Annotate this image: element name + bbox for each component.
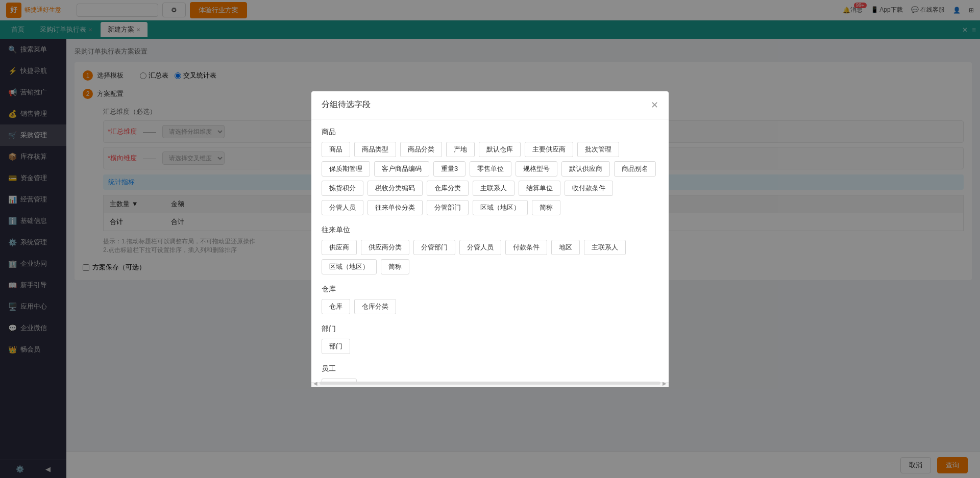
field-tag-main-contact[interactable]: 主联系人 bbox=[473, 181, 514, 196]
field-tag-product[interactable]: 商品 bbox=[322, 142, 350, 157]
modal-hscroll[interactable]: ◀ ▶ bbox=[311, 382, 669, 387]
field-tag-default-warehouse[interactable]: 默认仓库 bbox=[479, 142, 521, 157]
modal-body[interactable]: 商品 商品 商品类型 商品分类 产地 默认仓库 主要供应商 批次管理 保质期管理… bbox=[311, 119, 669, 383]
modal-title: 分组待选字段 bbox=[322, 99, 371, 110]
section-warehouse-title: 仓库 bbox=[322, 285, 658, 294]
field-tag-dept[interactable]: 分管部门 bbox=[427, 200, 469, 215]
field-tag-supervisor2[interactable]: 分管人员 bbox=[459, 240, 501, 255]
field-tag-default-supplier[interactable]: 默认供应商 bbox=[561, 161, 610, 177]
partner-field-tags: 供应商 供应商分类 分管部门 分管人员 付款条件 地区 主联系人 区域（地区） … bbox=[322, 240, 658, 274]
field-tag-batch[interactable]: 批次管理 bbox=[577, 142, 619, 157]
field-tag-customer-code[interactable]: 客户商品编码 bbox=[374, 161, 429, 177]
field-tag-product-type[interactable]: 商品类型 bbox=[354, 142, 396, 157]
field-tag-area[interactable]: 地区 bbox=[551, 240, 580, 255]
modal-close-button[interactable]: ✕ bbox=[651, 99, 658, 111]
field-tag-origin[interactable]: 产地 bbox=[446, 142, 475, 157]
field-tag-shortname[interactable]: 简称 bbox=[532, 200, 560, 215]
field-tag-payment-terms[interactable]: 收付款条件 bbox=[565, 181, 613, 196]
section-department-title: 部门 bbox=[322, 324, 658, 334]
field-tag-retail-unit[interactable]: 零售单位 bbox=[470, 161, 511, 177]
field-tag-warehouse-category[interactable]: 仓库分类 bbox=[427, 181, 469, 196]
section-product-title: 商品 bbox=[322, 128, 658, 137]
warehouse-field-tags: 仓库 仓库分类 bbox=[322, 299, 658, 314]
field-tag-product-category[interactable]: 商品分类 bbox=[400, 142, 442, 157]
field-tag-main-supplier[interactable]: 主要供应商 bbox=[525, 142, 573, 157]
field-tag-shortname2[interactable]: 简称 bbox=[381, 259, 409, 274]
field-tag-supplier-category[interactable]: 供应商分类 bbox=[361, 240, 409, 255]
modal-overlay[interactable]: 分组待选字段 ✕ 商品 商品 商品类型 商品分类 产地 默认仓库 主要供应商 批… bbox=[0, 0, 980, 478]
section-employee-title: 员工 bbox=[322, 364, 658, 373]
field-tag-pick-points[interactable]: 拣货积分 bbox=[322, 181, 363, 196]
scroll-right-btn[interactable]: ▶ bbox=[663, 381, 667, 386]
field-tag-spec[interactable]: 规格型号 bbox=[516, 161, 557, 177]
section-partner: 往来单位 供应商 供应商分类 分管部门 分管人员 付款条件 地区 主联系人 区域… bbox=[322, 225, 658, 274]
field-tag-payment-terms2[interactable]: 付款条件 bbox=[505, 240, 547, 255]
modal-header: 分组待选字段 ✕ bbox=[311, 91, 669, 119]
field-tag-alias[interactable]: 商品别名 bbox=[614, 161, 656, 177]
field-select-modal: 分组待选字段 ✕ 商品 商品 商品类型 商品分类 产地 默认仓库 主要供应商 批… bbox=[311, 91, 669, 387]
field-tag-region[interactable]: 区域（地区） bbox=[473, 200, 528, 215]
section-employee: 员工 业务员 bbox=[322, 364, 658, 383]
field-tag-settlement-unit[interactable]: 结算单位 bbox=[519, 181, 560, 196]
field-tag-warehouse[interactable]: 仓库 bbox=[322, 299, 350, 314]
section-department: 部门 部门 bbox=[322, 324, 658, 354]
field-tag-supervisor[interactable]: 分管人员 bbox=[322, 200, 363, 215]
field-tag-warehouse-cat[interactable]: 仓库分类 bbox=[354, 299, 396, 314]
field-tag-main-contact2[interactable]: 主联系人 bbox=[584, 240, 626, 255]
field-tag-weight[interactable]: 重量3 bbox=[433, 161, 465, 177]
department-field-tags: 部门 bbox=[322, 339, 658, 354]
section-partner-title: 往来单位 bbox=[322, 225, 658, 235]
section-warehouse: 仓库 仓库 仓库分类 bbox=[322, 285, 658, 314]
field-tag-region2[interactable]: 区域（地区） bbox=[322, 259, 377, 274]
field-tag-expiry[interactable]: 保质期管理 bbox=[322, 161, 370, 177]
field-tag-department[interactable]: 部门 bbox=[322, 339, 350, 354]
product-field-tags: 商品 商品类型 商品分类 产地 默认仓库 主要供应商 批次管理 保质期管理 客户… bbox=[322, 142, 658, 215]
section-product: 商品 商品 商品类型 商品分类 产地 默认仓库 主要供应商 批次管理 保质期管理… bbox=[322, 128, 658, 215]
scroll-left-btn[interactable]: ◀ bbox=[313, 381, 317, 386]
field-tag-partner-category[interactable]: 往来单位分类 bbox=[368, 200, 423, 215]
field-tag-tax-code[interactable]: 税收分类编码 bbox=[368, 181, 423, 196]
field-tag-dept2[interactable]: 分管部门 bbox=[413, 240, 455, 255]
field-tag-supplier[interactable]: 供应商 bbox=[322, 240, 357, 255]
